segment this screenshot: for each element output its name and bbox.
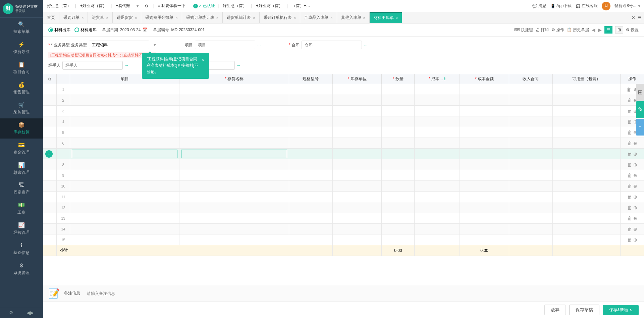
tab-close-icon[interactable]: ×: [294, 16, 296, 20]
topbar-yidaizhang[interactable]: +易代账: [114, 3, 131, 9]
warehouse-input[interactable]: [302, 41, 362, 49]
new-row-product-input[interactable]: [181, 150, 286, 158]
delete-row-icon[interactable]: 🗑: [627, 205, 632, 210]
save-draft-button[interactable]: 保存草稿: [569, 305, 599, 315]
delete-row-icon[interactable]: 🗑: [627, 130, 632, 135]
new-row-project-input[interactable]: [72, 150, 177, 158]
view-grid-btn[interactable]: ⊞: [615, 26, 623, 34]
copy-row-icon[interactable]: ⊕: [633, 173, 637, 178]
topbar-more[interactable]: （首）+…: [290, 3, 312, 9]
online-service-btn[interactable]: 🎧 在线客服: [576, 3, 598, 9]
tab-close-icon[interactable]: ×: [216, 16, 218, 20]
delete-row-icon[interactable]: 🗑: [627, 226, 632, 232]
tab-purchase-stat[interactable]: 采购订单统计表 ×: [182, 12, 223, 23]
sidebar-item-inventory[interactable]: 📦 库存核算: [0, 118, 43, 139]
sidebar-item-sysmanage[interactable]: ⚙ 系统管理: [0, 259, 43, 279]
add-row-btn[interactable]: +: [45, 150, 53, 158]
view-list-btn[interactable]: ☰: [604, 26, 612, 34]
topbar-dropdown[interactable]: ▼: [134, 4, 141, 8]
income-contract-dots-icon[interactable]: ···: [237, 63, 240, 68]
delete-row-icon[interactable]: 🗑: [627, 173, 632, 178]
copy-row-icon[interactable]: ⊕: [633, 226, 637, 232]
delete-row-icon[interactable]: 🗑: [627, 151, 632, 157]
radio-material-out[interactable]: 材料出库: [48, 27, 70, 33]
delete-row-icon[interactable]: 🗑: [627, 162, 632, 167]
collapse-icon[interactable]: ◀▶: [26, 310, 34, 315]
delete-row-icon[interactable]: 🗑: [627, 194, 632, 200]
td-cost[interactable]: [415, 84, 460, 95]
td-spec[interactable]: [289, 84, 332, 95]
tab-material-out[interactable]: 材料出库单 ×: [370, 12, 402, 23]
topbar-haoshengyi2[interactable]: 好生意（首）: [221, 3, 248, 9]
edge-btn-3[interactable]: ↑: [636, 119, 644, 136]
copy-row-icon[interactable]: ⊕: [633, 194, 637, 200]
ops-btn[interactable]: ⚙ 操作: [551, 27, 564, 33]
tab-incoming-return[interactable]: 进退货货 ×: [113, 12, 141, 23]
sidebar-item-search[interactable]: 🔍 搜索菜单: [0, 18, 43, 38]
history-btn[interactable]: 📋 历史单据: [567, 27, 589, 33]
tab-home[interactable]: 首页: [43, 12, 59, 23]
copy-row-icon[interactable]: ⊕: [633, 216, 637, 221]
td-project[interactable]: [70, 84, 179, 95]
delete-row-icon[interactable]: 🗑: [627, 98, 632, 103]
th-settings[interactable]: ⚙: [43, 74, 57, 84]
td-available[interactable]: [552, 84, 620, 95]
delete-row-icon[interactable]: 🗑: [627, 183, 632, 189]
notes-input[interactable]: [87, 291, 639, 296]
user-name-btn[interactable]: 畅捷通8号... ▼: [614, 3, 641, 9]
handler-dots-icon[interactable]: ···: [125, 63, 128, 68]
sidebar-item-salary[interactable]: 💵 工资: [0, 199, 43, 219]
project-dots-icon[interactable]: ···: [257, 43, 261, 47]
table-settings-icon[interactable]: ⚙: [48, 77, 52, 82]
settings-btn[interactable]: ⚙ 设置: [626, 27, 639, 33]
message-btn[interactable]: 💬 消息: [532, 3, 546, 9]
nav-prev-icon[interactable]: ◀: [592, 27, 595, 33]
td-product[interactable]: [179, 84, 289, 95]
sidebar-item-purchase[interactable]: 🛒 采购管理: [0, 98, 43, 118]
sidebar-item-management[interactable]: 📈 经营管理: [0, 219, 43, 239]
app-download-btn[interactable]: 📱 App下载: [550, 3, 572, 9]
warehouse-dots-icon[interactable]: ···: [364, 43, 367, 47]
nav-next-icon[interactable]: ▶: [598, 27, 602, 33]
print-btn[interactable]: 🖨 打印: [536, 27, 549, 33]
delete-row-icon[interactable]: 🗑: [627, 108, 632, 114]
copy-row-icon[interactable]: ⊕: [633, 141, 637, 146]
delete-row-icon[interactable]: 🗑: [627, 237, 632, 243]
edge-btn-2[interactable]: ✎: [636, 101, 644, 118]
copy-row-icon[interactable]: ⊕: [633, 162, 637, 167]
discard-button[interactable]: 放弃: [544, 305, 566, 315]
topbar-trial[interactable]: ○ 我要体验一下: [156, 3, 187, 9]
sidebar-item-project[interactable]: 📋 项目合同: [0, 58, 43, 78]
radio-material-return[interactable]: 材料退库: [74, 27, 97, 33]
delete-row-icon[interactable]: 🗑: [627, 119, 632, 124]
copy-row-icon[interactable]: ⊕: [633, 151, 637, 157]
delete-row-icon[interactable]: 🗑: [627, 141, 632, 146]
handler-input[interactable]: [62, 61, 123, 70]
save-new-button[interactable]: 保存&新增 ∧: [603, 305, 639, 315]
tab-close-icon[interactable]: ×: [330, 16, 332, 20]
cost-info-icon[interactable]: ℹ: [444, 76, 446, 81]
tab-menu[interactable]: ☰: [638, 15, 641, 20]
tab-close-icon[interactable]: ×: [253, 16, 255, 20]
tab-product-stock[interactable]: 产成品入库单 ×: [300, 12, 337, 23]
tab-incoming-stat[interactable]: 进货单统计表 ×: [223, 12, 259, 23]
tab-purchase-fee[interactable]: 采购费用分摊单 ×: [141, 12, 182, 23]
tab-close-icon[interactable]: ×: [106, 16, 108, 20]
sidebar-item-sales[interactable]: 💰 销售管理: [0, 78, 43, 98]
sidebar-item-ledger[interactable]: 📊 总账管理: [0, 159, 43, 179]
copy-row-icon[interactable]: ⊕: [633, 205, 637, 210]
tab-close-icon[interactable]: ×: [175, 16, 177, 20]
copy-row-icon[interactable]: ⊕: [633, 183, 637, 189]
tab-incoming[interactable]: 进货单 ×: [88, 12, 112, 23]
delete-row-icon[interactable]: 🗑: [627, 87, 631, 92]
edge-btn-1[interactable]: ⊞: [636, 84, 644, 101]
tab-purchase-order[interactable]: 采购订单 ×: [59, 12, 88, 23]
td-cost-amount[interactable]: [460, 84, 509, 95]
delete-row-icon[interactable]: 🗑: [627, 216, 632, 221]
copy-row-icon[interactable]: ⊕: [633, 237, 637, 243]
td-unit[interactable]: [333, 84, 382, 95]
topbar-haoyecai2[interactable]: +好业财（首）: [255, 3, 284, 9]
settings-bottom-icon[interactable]: ⚙: [9, 310, 13, 315]
sidebar-item-assets[interactable]: 🏗 固定资产: [0, 179, 43, 199]
topbar-haoyecai1[interactable]: +好业财（首）: [79, 3, 108, 9]
